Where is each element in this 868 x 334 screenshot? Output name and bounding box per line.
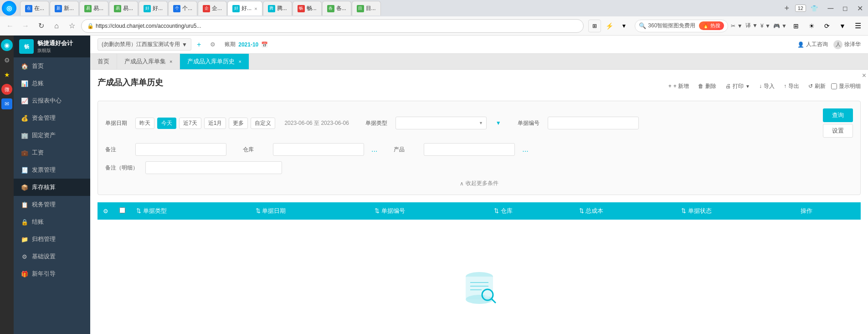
browser-tab-2[interactable]: 新 新...	[50, 1, 79, 15]
sidebar-item-home[interactable]: 🏠 首页	[14, 57, 90, 75]
brightness-tool[interactable]: ☀	[805, 20, 818, 32]
browser-tab-3[interactable]: 易 易...	[79, 1, 108, 15]
sync-tool[interactable]: ⟳	[821, 20, 833, 32]
filter-settings-button[interactable]: 设置	[823, 124, 853, 138]
bookmark-button[interactable]: ☆	[66, 20, 78, 32]
sidebar-item-invoice[interactable]: 🧾 发票管理	[14, 161, 90, 179]
delete-button[interactable]: 🗑 删除	[694, 81, 720, 92]
table-col-gear[interactable]: ⚙	[98, 202, 114, 220]
display-detail-checkbox[interactable]	[831, 83, 837, 89]
table-col-checkbox[interactable]	[114, 202, 131, 220]
display-detail-toggle[interactable]: 显示明细	[831, 82, 861, 90]
product-ellipsis[interactable]: ...	[522, 145, 528, 154]
collapse-button[interactable]: ∧ 收起更多条件	[105, 180, 853, 187]
sidebar-mail-icon[interactable]: ✉	[1, 98, 12, 109]
date-btn-custom[interactable]: 自定义	[251, 118, 275, 129]
browser-tab-9[interactable]: 腾 腾...	[263, 1, 292, 15]
grid-icon[interactable]: ⊞	[588, 20, 601, 32]
sidebar-item-closing[interactable]: 🔒 结账	[14, 213, 90, 231]
table-col-doc-type[interactable]: ⇅ 单据类型	[131, 202, 250, 220]
date-btn-1month[interactable]: 近1月	[204, 118, 226, 129]
user-profile[interactable]: 人 徐泽华	[833, 40, 861, 49]
table-col-doc-date[interactable]: ⇅ 单据日期	[250, 202, 370, 220]
date-btn-7days[interactable]: 近7天	[179, 118, 201, 129]
table-col-doc-no[interactable]: ⇅ 单据编号	[369, 202, 488, 220]
page-tab-history-close-icon[interactable]: ×	[238, 59, 241, 64]
browser-tab-11[interactable]: 各 各...	[322, 1, 351, 15]
sidebar-item-assets[interactable]: 🏢 固定资产	[14, 127, 90, 144]
topbar-settings-icon[interactable]: ⚙	[206, 38, 219, 51]
sidebar-item-funds[interactable]: 💰 资金管理	[14, 109, 90, 127]
browser-tab-6[interactable]: 个 个...	[168, 1, 197, 15]
hot-search-badge[interactable]: 🔥 热搜	[699, 21, 724, 30]
browser-tab-1[interactable]: 在 在...	[20, 1, 49, 15]
sidebar-item-inventory[interactable]: 📦 库存核算	[14, 179, 90, 196]
service-button[interactable]: 👤 人工咨询	[797, 41, 828, 48]
doc-type-dropdown-icon[interactable]: ▼	[496, 120, 501, 126]
address-bar[interactable]: 🔒 https://cloud.chanjet.com/accounting/u…	[81, 19, 584, 33]
refresh-button[interactable]: ↻	[35, 20, 47, 32]
browser-tab-5[interactable]: 好 好...	[139, 1, 168, 15]
export-button[interactable]: ↑ 导出	[780, 81, 803, 92]
page-tab-list[interactable]: 产成品入库单集 ×	[117, 54, 180, 69]
print-button[interactable]: 🖨 打印 ▼	[722, 81, 754, 92]
browser-extra-icon[interactable]: 👕	[808, 2, 821, 15]
add-company-btn[interactable]: +	[197, 41, 201, 49]
lightning-icon[interactable]: ⚡	[603, 20, 616, 32]
currency-tool[interactable]: ¥ ▼	[760, 23, 770, 29]
table-col-warehouse[interactable]: ⇅ 仓库	[488, 202, 574, 220]
sidebar-weibo-icon[interactable]: 微	[1, 84, 12, 95]
maximize-button[interactable]: ◻	[839, 2, 852, 15]
app-logo-icon[interactable]: ◉	[1, 39, 13, 51]
browser-tab-10[interactable]: 畅 畅...	[293, 1, 322, 15]
sidebar-item-basic-settings[interactable]: ⚙ 基础设置	[14, 248, 90, 265]
sidebar-item-archive[interactable]: 📁 归档管理	[14, 231, 90, 248]
refresh-page-button[interactable]: ↺ 刷新	[805, 81, 829, 92]
browser-tab-4[interactable]: 易 易...	[109, 1, 138, 15]
new-tab-button[interactable]: +	[781, 2, 793, 15]
menu-tool[interactable]: ☰	[852, 20, 864, 32]
page-tab-history[interactable]: 产成品入库单历史 ×	[180, 54, 249, 69]
query-button[interactable]: 查询	[823, 108, 853, 122]
warehouse-input[interactable]	[273, 143, 364, 156]
close-button[interactable]: ✕	[853, 2, 866, 15]
page-tab-home[interactable]: 首页	[90, 54, 117, 69]
browser-tab-12[interactable]: 目 目...	[352, 1, 381, 15]
product-input[interactable]	[424, 143, 515, 156]
game-tool[interactable]: 🎮 ▼	[773, 23, 787, 29]
company-selector[interactable]: (勿删勿禁用）江西服宝测试专用 ▼	[98, 38, 191, 51]
minimize-button[interactable]: ─	[824, 2, 837, 15]
doc-no-input[interactable]	[548, 117, 639, 129]
doc-type-select[interactable]	[395, 117, 487, 129]
sidebar-item-ledger[interactable]: 📊 总账	[14, 75, 90, 92]
search-bar[interactable]: 🔍 360智能抠图免费用 🔥 热搜	[635, 20, 728, 32]
date-btn-today[interactable]: 今天	[157, 118, 176, 129]
sidebar-settings-icon[interactable]: ⚙	[1, 55, 12, 66]
translate-tool[interactable]: 译 ▼	[745, 22, 758, 30]
sidebar-item-new-year[interactable]: 🎁 新年引导	[14, 265, 90, 283]
table-col-doc-status[interactable]: ⇅ 单据状态	[676, 202, 795, 220]
date-btn-more[interactable]: 更多	[229, 118, 248, 129]
browser-tab-7[interactable]: 企 企...	[198, 1, 227, 15]
layout-tool[interactable]: ⊞	[790, 20, 802, 32]
date-btn-yesterday[interactable]: 昨天	[135, 118, 154, 129]
tab8-close-icon[interactable]: ×	[254, 6, 257, 11]
browser-tab-8[interactable]: 好 好... ×	[227, 1, 262, 15]
add-button[interactable]: + + 新增	[665, 81, 693, 92]
panel-close-button[interactable]: ×	[862, 72, 866, 80]
back-button[interactable]: ←	[4, 20, 16, 32]
scissors-tool[interactable]: ✂ ▼	[731, 23, 742, 29]
table-col-total-cost[interactable]: ⇅ 总成本	[574, 202, 676, 220]
import-button[interactable]: ↓ 导入	[755, 81, 778, 92]
dropdown-arrow-icon[interactable]: ▼	[617, 20, 630, 32]
page-tab-list-close-icon[interactable]: ×	[169, 59, 172, 64]
note-input[interactable]	[135, 143, 226, 156]
more-tool[interactable]: ▼	[836, 20, 849, 32]
warehouse-ellipsis[interactable]: ...	[371, 145, 377, 154]
note-detail-input[interactable]	[145, 161, 282, 174]
home-button[interactable]: ⌂	[50, 20, 63, 32]
sidebar-item-reports[interactable]: 📈 云报表中心	[14, 92, 90, 109]
select-all-checkbox[interactable]	[119, 207, 125, 213]
sidebar-item-salary[interactable]: 💼 工资	[14, 144, 90, 161]
sidebar-item-tax[interactable]: 📋 税务管理	[14, 196, 90, 213]
